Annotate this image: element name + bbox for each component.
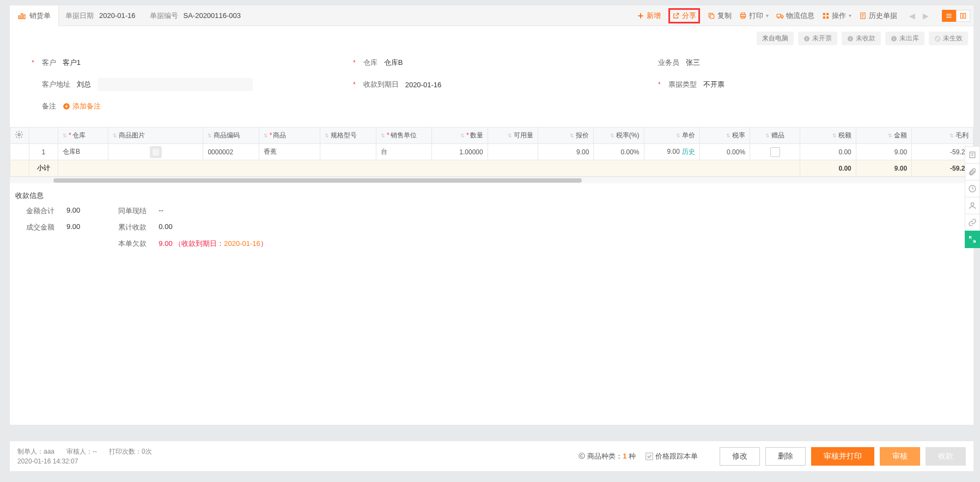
col-taxamt[interactable]: ⇅税额 xyxy=(800,128,856,144)
dock-link-button[interactable] xyxy=(965,214,980,231)
col-price[interactable]: ⇅单价 xyxy=(644,128,699,144)
unout-badge[interactable]: 未出库 xyxy=(885,32,924,45)
audit-print-button[interactable]: 审核并打印 xyxy=(811,447,874,466)
uninvoiced-badge[interactable]: 未开票 xyxy=(798,32,837,45)
col-gift[interactable]: ⇅赠品 xyxy=(750,128,800,144)
cell-index: 1 xyxy=(29,144,58,160)
paperclip-icon xyxy=(968,167,977,176)
svg-rect-3 xyxy=(710,14,714,18)
cell-gift xyxy=(750,144,800,160)
date-value: 2020-01-16 xyxy=(99,11,136,20)
plus-circle-icon xyxy=(63,103,70,110)
cell-amount: 9.00 xyxy=(856,144,911,160)
doc-meta: 单据日期 2020-01-16 单据编号 SA-20200116-003 xyxy=(65,11,241,21)
gift-checkbox[interactable] xyxy=(770,147,780,157)
items-grid: ⇅*仓库 ⇅商品图片 ⇅商品编码 ⇅*商品 ⇅规格型号 ⇅*销售单位 ⇅*数量 … xyxy=(10,127,973,183)
view-list-button[interactable] xyxy=(942,10,956,22)
svg-point-8 xyxy=(778,17,779,18)
col-spec[interactable]: ⇅规格型号 xyxy=(320,128,376,144)
col-unit[interactable]: ⇅*销售单位 xyxy=(376,128,431,144)
remark-field: *备注 添加备注 xyxy=(32,101,353,111)
collect-button[interactable]: 收款 xyxy=(926,447,966,466)
dock-time-button[interactable] xyxy=(965,180,980,197)
cell-gross: -59.21 xyxy=(912,144,973,160)
col-avail[interactable]: ⇅可用量 xyxy=(488,128,538,144)
prev-doc-arrow[interactable]: ◀ xyxy=(907,11,917,20)
clock-icon xyxy=(968,184,977,193)
col-tax[interactable]: ⇅税率 xyxy=(699,128,750,144)
ban-icon xyxy=(934,35,941,42)
col-settings[interactable] xyxy=(10,128,29,144)
svg-rect-22 xyxy=(850,37,851,38)
payment-area: 金额合计9.00 成交金额9.00 同单现结-- 累计收款0.00 本单欠款 9… xyxy=(10,206,973,249)
print-icon xyxy=(739,12,747,20)
copyright-icon xyxy=(578,452,586,460)
bar-chart-icon xyxy=(17,11,26,20)
info-icon xyxy=(891,35,897,42)
payment-section-title: 收款信息 xyxy=(15,191,973,201)
subtotal-amount: 9.00 xyxy=(856,160,911,177)
user-icon xyxy=(968,201,977,210)
col-taxrate[interactable]: ⇅税率(%) xyxy=(594,128,644,144)
col-image[interactable]: ⇅商品图片 xyxy=(108,128,203,144)
share-button[interactable]: 分享 xyxy=(672,11,696,21)
col-gross[interactable]: ⇅毛利 xyxy=(912,128,973,144)
col-qty[interactable]: ⇅*数量 xyxy=(432,128,488,144)
owe-amount: 本单欠款 9.00 （收款到期日：2020-01-16） xyxy=(118,239,267,249)
ineffective-badge[interactable]: 未生效 xyxy=(929,32,968,45)
address-field: *客户地址刘总 xyxy=(32,78,353,91)
price-history-link[interactable]: 历史 xyxy=(682,148,695,155)
no-label: 单据编号 xyxy=(150,11,178,21)
footer-status: 商品种类：1 种 价格跟踪本单 xyxy=(578,451,698,461)
info-icon xyxy=(847,35,854,42)
dock-note-button[interactable] xyxy=(965,146,980,164)
horizontal-scrollbar[interactable] xyxy=(10,177,973,183)
subtotal-gross: -59.21 xyxy=(912,160,973,177)
col-quote[interactable]: ⇅报价 xyxy=(538,128,593,144)
modify-button[interactable]: 修改 xyxy=(720,447,760,466)
svg-rect-15 xyxy=(960,13,963,18)
share-icon xyxy=(672,12,680,20)
print-button[interactable]: 打印 ▾ xyxy=(739,11,769,21)
status-badge-row: 来自电脑 未开票 未收款 未出库 未生效 xyxy=(10,26,973,47)
delete-button[interactable]: 删除 xyxy=(765,447,806,466)
cell-spec xyxy=(320,144,376,160)
dock-attach-button[interactable] xyxy=(965,163,980,180)
tab-label: 销货单 xyxy=(29,11,51,21)
svg-point-28 xyxy=(18,134,20,136)
table-row[interactable]: 1 仓库B 0000002 香蕉 台 1.00000 9.00 0.00% 9.… xyxy=(10,144,973,160)
new-button[interactable]: 新增 xyxy=(637,11,661,21)
dock-expand-button[interactable] xyxy=(965,231,980,248)
grid-icon xyxy=(822,12,830,20)
unpaid-badge[interactable]: 未收款 xyxy=(842,32,881,45)
col-product[interactable]: ⇅*商品 xyxy=(259,128,320,144)
cell-taxrate: 0.00% xyxy=(594,144,644,160)
col-warehouse[interactable]: ⇅*仓库 xyxy=(58,128,108,144)
next-doc-arrow[interactable]: ▶ xyxy=(921,11,931,20)
form-area: *客户客户1 *仓库仓库B 业务员张三 *客户地址刘总 *收款到期日2020-0… xyxy=(10,47,973,127)
copy-button[interactable]: 复制 xyxy=(708,11,732,21)
audit-button[interactable]: 审核 xyxy=(880,447,920,466)
plus-icon xyxy=(637,12,644,20)
document-tab[interactable]: 销货单 xyxy=(10,5,59,26)
add-remark-link[interactable]: 添加备注 xyxy=(63,101,101,111)
col-index xyxy=(29,128,58,144)
price-follow-checkbox[interactable]: 价格跟踪本单 xyxy=(646,451,698,461)
col-amount[interactable]: ⇅金额 xyxy=(856,128,911,144)
customer-field: *客户客户1 xyxy=(32,58,353,68)
history-button[interactable]: 历史单据 xyxy=(859,11,897,21)
note-icon xyxy=(968,150,977,159)
due-date-field: *收款到期日2020-01-16 xyxy=(353,80,658,89)
dock-user-button[interactable] xyxy=(965,197,980,214)
card-icon xyxy=(959,12,967,20)
cell-taxamt: 0.00 xyxy=(800,144,856,160)
col-code[interactable]: ⇅商品编码 xyxy=(203,128,259,144)
view-card-button[interactable] xyxy=(956,10,970,22)
svg-rect-2 xyxy=(23,15,25,19)
cell-tax: 0.00% xyxy=(699,144,750,160)
svg-rect-7 xyxy=(777,14,781,17)
operate-button[interactable]: 操作 ▾ xyxy=(822,11,851,21)
scrollbar-thumb[interactable] xyxy=(53,178,582,183)
svg-rect-25 xyxy=(894,37,894,38)
logistics-button[interactable]: 物流信息 xyxy=(776,11,814,21)
